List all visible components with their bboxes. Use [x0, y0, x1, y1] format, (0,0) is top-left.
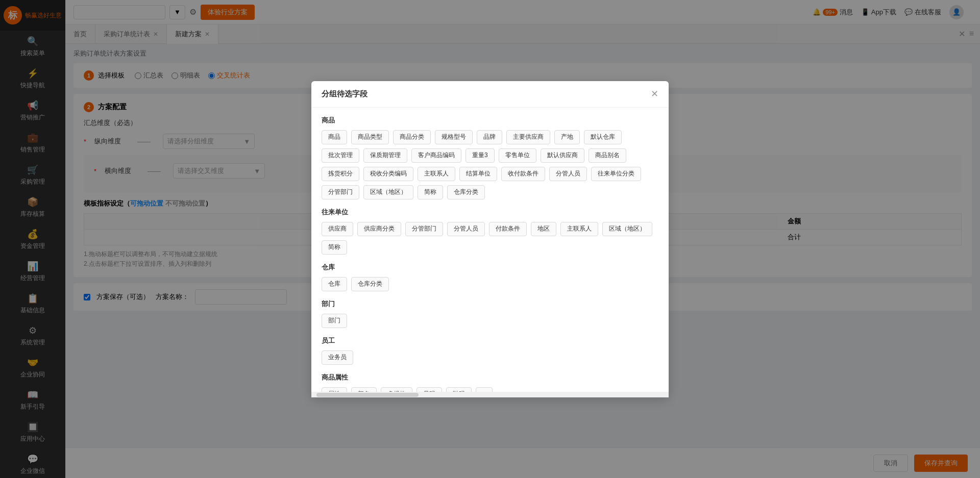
field-chip-product_attr-0[interactable]: 属性 — [322, 387, 347, 392]
field-chip-partner-8[interactable]: 简称 — [322, 240, 347, 255]
close-icon[interactable]: ✕ — [651, 89, 658, 98]
field-chip-partner-5[interactable]: 地区 — [531, 222, 556, 236]
field-chips-department: 部门 — [322, 314, 658, 328]
field-section-goods: 商品商品商品类型商品分类规格型号品牌主要供应商产地默认仓库批次管理保质期管理客户… — [322, 116, 658, 199]
field-chip-partner-0[interactable]: 供应商 — [322, 222, 353, 236]
field-section-title-department: 部门 — [322, 299, 658, 309]
field-section-title-product_attr: 商品属性 — [322, 373, 658, 382]
field-chip-goods-1[interactable]: 商品类型 — [351, 130, 389, 144]
field-chip-goods-21[interactable]: 往来单位分类 — [591, 167, 641, 181]
field-section-warehouse: 仓库仓库仓库分类 — [322, 263, 658, 291]
field-chip-partner-4[interactable]: 付款条件 — [489, 222, 527, 236]
field-chip-goods-0[interactable]: 商品 — [322, 130, 347, 144]
field-chip-goods-22[interactable]: 分管部门 — [322, 185, 359, 199]
field-chips-goods: 商品商品类型商品分类规格型号品牌主要供应商产地默认仓库批次管理保质期管理客户商品… — [322, 130, 658, 199]
field-chip-product_attr-5[interactable]: 1 — [476, 387, 493, 392]
field-chip-goods-14[interactable]: 商品别名 — [589, 148, 626, 163]
field-section-employee: 员工业务员 — [322, 336, 658, 365]
dialog-hscroll[interactable] — [311, 392, 669, 397]
field-chip-partner-7[interactable]: 区域（地区） — [602, 222, 652, 236]
field-section-title-partner: 往来单位 — [322, 208, 658, 217]
field-chip-goods-13[interactable]: 默认供应商 — [541, 148, 584, 163]
field-chip-goods-12[interactable]: 零售单位 — [499, 148, 536, 163]
field-chip-goods-8[interactable]: 批次管理 — [322, 148, 359, 163]
field-chip-goods-20[interactable]: 分管人员 — [549, 167, 587, 181]
dialog-body: 商品商品商品类型商品分类规格型号品牌主要供应商产地默认仓库批次管理保质期管理客户… — [311, 108, 669, 392]
field-chip-partner-2[interactable]: 分管部门 — [405, 222, 443, 236]
field-chip-goods-15[interactable]: 拣货积分 — [322, 167, 359, 181]
field-chip-goods-9[interactable]: 保质期管理 — [363, 148, 407, 163]
dialog-header: 分组待选字段 ✕ — [311, 81, 669, 108]
field-chip-product_attr-2[interactable]: 多规格 — [381, 387, 412, 392]
field-chip-goods-11[interactable]: 重量3 — [465, 148, 495, 163]
field-chip-goods-25[interactable]: 仓库分类 — [447, 185, 485, 199]
field-chip-product_attr-4[interactable]: 鞋码 — [446, 387, 472, 392]
field-chip-partner-3[interactable]: 分管人员 — [447, 222, 485, 236]
field-chips-product_attr: 属性颜色多规格尺码鞋码1 — [322, 387, 658, 392]
field-chip-warehouse-1[interactable]: 仓库分类 — [351, 277, 389, 291]
field-section-department: 部门部门 — [322, 299, 658, 328]
field-chip-partner-1[interactable]: 供应商分类 — [357, 222, 401, 236]
field-chip-goods-16[interactable]: 税收分类编码 — [363, 167, 413, 181]
dialog: 分组待选字段 ✕ 商品商品商品类型商品分类规格型号品牌主要供应商产地默认仓库批次… — [311, 81, 669, 397]
dialog-title: 分组待选字段 — [322, 89, 368, 99]
field-chip-employee-0[interactable]: 业务员 — [322, 350, 353, 365]
field-section-partner: 往来单位供应商供应商分类分管部门分管人员付款条件地区主联系人区域（地区）简称 — [322, 208, 658, 255]
field-chip-goods-24[interactable]: 简称 — [418, 185, 443, 199]
field-chip-goods-23[interactable]: 区域（地区） — [363, 185, 413, 199]
field-chips-warehouse: 仓库仓库分类 — [322, 277, 658, 291]
field-chip-goods-5[interactable]: 主要供应商 — [506, 130, 550, 144]
field-chip-department-0[interactable]: 部门 — [322, 314, 347, 328]
field-chip-goods-17[interactable]: 主联系人 — [418, 167, 455, 181]
field-chip-product_attr-1[interactable]: 颜色 — [351, 387, 377, 392]
field-section-title-goods: 商品 — [322, 116, 658, 125]
field-chip-goods-4[interactable]: 品牌 — [477, 130, 502, 144]
field-chips-employee: 业务员 — [322, 350, 658, 365]
field-chip-partner-6[interactable]: 主联系人 — [560, 222, 598, 236]
field-chip-goods-6[interactable]: 产地 — [554, 130, 580, 144]
field-chip-goods-7[interactable]: 默认仓库 — [584, 130, 622, 144]
field-chip-goods-3[interactable]: 规格型号 — [435, 130, 473, 144]
field-chips-partner: 供应商供应商分类分管部门分管人员付款条件地区主联系人区域（地区）简称 — [322, 222, 658, 255]
field-chip-warehouse-0[interactable]: 仓库 — [322, 277, 347, 291]
field-section-title-warehouse: 仓库 — [322, 263, 658, 272]
field-section-title-employee: 员工 — [322, 336, 658, 345]
field-section-product_attr: 商品属性属性颜色多规格尺码鞋码1 — [322, 373, 658, 392]
field-chip-goods-18[interactable]: 结算单位 — [459, 167, 497, 181]
field-chip-goods-19[interactable]: 收付款条件 — [501, 167, 545, 181]
field-chip-product_attr-3[interactable]: 尺码 — [416, 387, 442, 392]
field-chip-goods-2[interactable]: 商品分类 — [393, 130, 431, 144]
field-chip-goods-10[interactable]: 客户商品编码 — [411, 148, 461, 163]
hscroll-thumb — [316, 393, 419, 397]
